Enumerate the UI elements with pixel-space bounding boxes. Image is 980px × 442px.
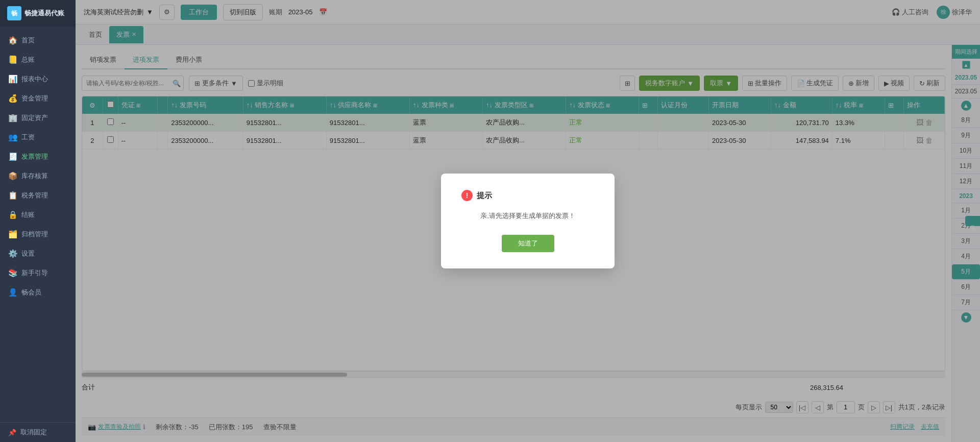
- pin-icon: 📌: [8, 429, 16, 436]
- app-logo-text: 畅捷通易代账: [24, 9, 64, 18]
- sidebar-label-inventory: 库存核算: [21, 171, 48, 181]
- sidebar-logo: 畅 畅捷通易代账: [0, 0, 76, 27]
- sidebar-label-member: 畅会员: [21, 288, 41, 297]
- sidebar-item-tax[interactable]: 📋 税务管理: [0, 186, 76, 205]
- payroll-icon: 👥: [8, 133, 17, 142]
- sidebar-item-settings[interactable]: ⚙️ 设置: [0, 244, 76, 263]
- cancel-pin-btn[interactable]: 📌 取消固定: [0, 422, 76, 442]
- home-icon: 🏠: [8, 36, 17, 45]
- sidebar-item-reports[interactable]: 📊 报表中心: [0, 69, 76, 89]
- sidebar-item-ledger[interactable]: 📒 总账: [0, 50, 76, 69]
- sidebar-label-ledger: 总账: [21, 55, 35, 64]
- sidebar-label-closing: 结账: [21, 210, 35, 219]
- archive-icon: 🗂️: [8, 230, 17, 239]
- sidebar-item-fixed-assets[interactable]: 🏢 固定资产: [0, 108, 76, 128]
- main-content: 沈海英测试经营勿删 ▼ ⚙ 工作台 切到旧版 账期 2023-05 📅 🎧 人工…: [76, 0, 980, 442]
- sidebar-item-home[interactable]: 🏠 首页: [0, 31, 76, 50]
- tax-icon: 📋: [8, 191, 17, 200]
- sidebar-item-guide[interactable]: 📚 新手引导: [0, 263, 76, 283]
- sidebar-item-invoice[interactable]: 🧾 发票管理: [0, 147, 76, 166]
- reports-icon: 📊: [8, 75, 17, 84]
- sidebar-item-member[interactable]: 👤 畅会员: [0, 283, 76, 302]
- member-icon: 👤: [8, 288, 17, 297]
- funds-icon: 💰: [8, 94, 17, 103]
- sidebar-label-settings: 设置: [21, 249, 35, 258]
- cancel-pin-label: 取消固定: [20, 428, 47, 437]
- sidebar-label-reports: 报表中心: [21, 75, 48, 84]
- modal-title: 提示: [477, 191, 492, 201]
- modal-confirm-button[interactable]: 知道了: [502, 235, 554, 252]
- closing-icon: 🔒: [8, 210, 17, 219]
- sidebar-label-home: 首页: [21, 36, 35, 45]
- sidebar-label-guide: 新手引导: [21, 268, 48, 278]
- modal-overlay: ! 提示 亲,请先选择要生成单据的发票！ 知道了: [76, 0, 980, 442]
- sidebar-label-tax: 税务管理: [21, 191, 48, 200]
- sidebar-item-funds[interactable]: 💰 资金管理: [0, 89, 76, 108]
- inventory-icon: 📦: [8, 171, 17, 181]
- fixed-assets-icon: 🏢: [8, 113, 17, 122]
- sidebar-nav: 🏠 首页 📒 总账 📊 报表中心 💰 资金管理 🏢 固定资产 👥 工资 🧾 发票…: [0, 27, 76, 422]
- ledger-icon: 📒: [8, 55, 17, 64]
- modal-warning-icon: !: [461, 190, 473, 201]
- sidebar-item-closing[interactable]: 🔒 结账: [0, 205, 76, 225]
- sidebar-label-payroll: 工资: [21, 133, 35, 142]
- modal-title-row: ! 提示: [461, 190, 594, 201]
- sidebar-label-fixed-assets: 固定资产: [21, 113, 48, 122]
- sidebar-label-invoice: 发票管理: [21, 152, 48, 161]
- settings-icon: ⚙️: [8, 249, 17, 258]
- invoice-icon: 🧾: [8, 152, 17, 161]
- sidebar-label-archive: 归档管理: [21, 230, 48, 239]
- app-logo-icon: 畅: [7, 6, 21, 20]
- sidebar: 畅 畅捷通易代账 🏠 首页 📒 总账 📊 报表中心 💰 资金管理 🏢 固定资产 …: [0, 0, 76, 442]
- guide-icon: 📚: [8, 268, 17, 278]
- modal-message: 亲,请先选择要生成单据的发票！: [461, 211, 594, 220]
- sidebar-item-inventory[interactable]: 📦 库存核算: [0, 166, 76, 186]
- sidebar-item-archive[interactable]: 🗂️ 归档管理: [0, 225, 76, 244]
- modal-box: ! 提示 亲,请先选择要生成单据的发票！ 知道了: [441, 174, 615, 268]
- sidebar-item-payroll[interactable]: 👥 工资: [0, 128, 76, 147]
- sidebar-label-funds: 资金管理: [21, 94, 48, 103]
